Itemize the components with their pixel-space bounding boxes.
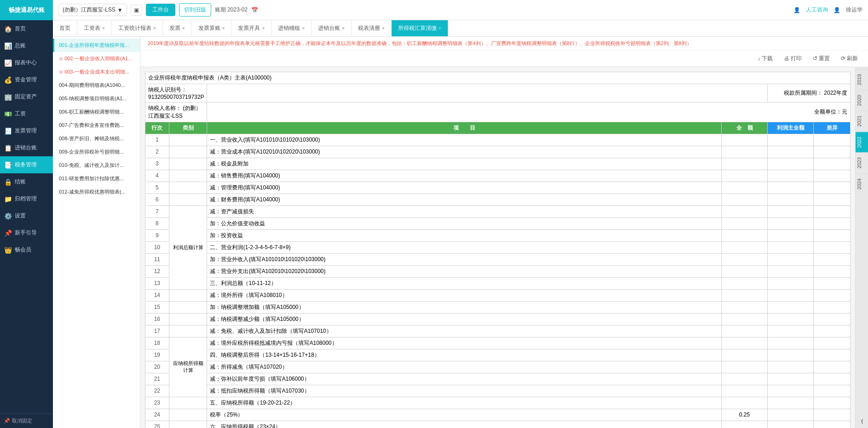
tab-invoice[interactable]: 发票× (163, 20, 192, 37)
table-row: 3减：税金及附加 (145, 158, 851, 170)
year-2020[interactable]: 2020 (856, 90, 868, 110)
table-row: 1一、营业收入(填写A101010\101020\103000) (145, 134, 851, 146)
year-2019[interactable]: 2019 (856, 69, 868, 90)
service-label[interactable]: 人工咨询 (806, 6, 828, 14)
left-panel-item-006[interactable]: 006-职工薪酬纳税调整明细... (53, 105, 140, 119)
sidebar-item-asset[interactable]: 🏢 固定资产 (0, 88, 53, 105)
tab-purchase-check-label: 进销稽核 (278, 24, 300, 32)
tab-income-tax[interactable]: 所得税汇算清缴× (392, 20, 448, 37)
home-icon: 🏠 (4, 25, 12, 33)
taxpayer-id-value: 91320500703719732P (148, 94, 204, 100)
reset-icon: ↺ (813, 55, 817, 62)
title-row: 企业所得税年度纳税申报表（A类）主表(A100000) (145, 72, 851, 84)
tab-purchase-ledger[interactable]: 进销台账× (312, 20, 352, 37)
info-row-2: 纳税人名称： (勿删）江西服宝-LSS 全额单位：元 (145, 102, 851, 122)
left-panel-item-005[interactable]: 005-纳税调整项目明细表(A1... (53, 92, 140, 105)
left-panel-item-011[interactable]: 011-研发费用加计扣除优惠... (53, 172, 140, 185)
sidebar-item-close[interactable]: 🔒 结账 (0, 173, 53, 190)
tab-invoice-calc-close[interactable]: × (222, 26, 225, 31)
print-button[interactable]: 🖨 打印 (781, 53, 804, 64)
tab-salary-close[interactable]: × (102, 26, 105, 31)
sidebar-item-invoice[interactable]: 🧾 发票管理 (0, 122, 53, 139)
col-header-amount: 全 额 (722, 122, 768, 134)
year-panel-expand[interactable]: ⟨ (859, 417, 865, 426)
tab-home[interactable]: 首页 (53, 20, 77, 37)
refresh-label: 刷新 (847, 55, 858, 63)
sidebar-item-tax[interactable]: 📑 税务管理 (0, 156, 53, 173)
table-row: 11加：营业外收入(填写A101010\101020\103000) (145, 253, 851, 265)
workbench-button[interactable]: 工作台 (146, 4, 175, 16)
tab-purchase-ledger-label: 进销台账 (318, 24, 340, 32)
company-label: 纳税人名称： (148, 105, 181, 111)
tab-purchase-check-close[interactable]: × (302, 26, 305, 31)
left-panel-item-007[interactable]: 007-广告费和业务宣传费跑... (53, 119, 140, 132)
sidebar-item-salary[interactable]: 💵 工资 (0, 105, 53, 122)
tab-salary-report-label: 工资统计报表 (118, 24, 151, 32)
table-container: 企业所得税年度纳税申报表（A类）主表(A100000) 纳税人识别号： 9132… (140, 67, 855, 428)
sidebar-label-home: 首页 (15, 25, 26, 33)
sidebar-item-member[interactable]: 👑 畅会员 (0, 241, 53, 258)
sidebar-item-ledger[interactable]: 📊 总账 (0, 37, 53, 54)
tab-invoice-calc-label: 发票算账 (198, 24, 220, 32)
sidebar-item-report[interactable]: 📈 报表中心 (0, 54, 53, 71)
sidebar-label-asset: 固定资产 (15, 93, 37, 101)
company-selector[interactable]: (勿删）江西服宝-LSS ▼ (58, 4, 127, 16)
left-panel-item-004[interactable]: 004-期间费用明细表(A1040... (53, 79, 140, 92)
sidebar-label-guide: 新手引导 (15, 229, 37, 237)
year-panel: 2019 2020 2021 2022 2023 2024 ⟨ (855, 67, 868, 428)
unpin-label: 取消固定 (12, 417, 32, 424)
col-header-category: 类别 (169, 122, 207, 134)
tab-invoice-close[interactable]: × (182, 26, 185, 31)
sidebar-label-invoice: 发票管理 (15, 127, 37, 135)
sidebar-item-guide[interactable]: 📌 新手引导 (0, 224, 53, 241)
tab-purchase-ledger-close[interactable]: × (342, 26, 345, 31)
sidebar-item-home[interactable]: 🏠 首页 (0, 20, 53, 37)
archive-icon: 📁 (4, 195, 12, 203)
sidebar-label-archive: 归档管理 (15, 195, 37, 203)
guide-icon: 📌 (4, 229, 12, 237)
tab-purchase-check[interactable]: 进销稽核× (272, 20, 312, 37)
sidebar-item-fund[interactable]: 💰 资金管理 (0, 71, 53, 88)
salary-icon: 💵 (4, 110, 12, 118)
tab-salary-report[interactable]: 工资统计报表× (112, 20, 163, 37)
year-2021[interactable]: 2021 (856, 110, 868, 131)
member-icon: 👑 (4, 246, 12, 254)
sidebar-label-ledger: 总账 (15, 42, 26, 50)
table-row: 23五、应纳税所得额（19-20-21-22） (145, 397, 851, 409)
left-panel-item-008[interactable]: 008-资产折旧、摊销及纳税... (53, 132, 140, 145)
sidebar: 畅捷通易代账 🏠 首页 📊 总账 📈 报表中心 💰 资金管理 🏢 固定资产 💵 … (0, 0, 53, 428)
tab-invoice-open[interactable]: 发票开具× (231, 20, 272, 37)
copy-icon-btn[interactable]: ▣ (131, 5, 142, 16)
left-panel-item-003[interactable]: ⊙ 003-一般企业成本支出明细... (53, 65, 140, 79)
tab-tax-book[interactable]: 税表清册× (352, 20, 392, 37)
tab-tax-book-close[interactable]: × (382, 26, 385, 31)
report-title: 企业所得税年度纳税申报表（A类）主表(A100000) (148, 74, 272, 81)
tab-salary[interactable]: 工资表× (77, 20, 112, 37)
tab-invoice-calc[interactable]: 发票算账× (192, 20, 232, 37)
year-2023[interactable]: 2023 (856, 152, 868, 173)
switch-version-button[interactable]: 切到旧版 (179, 3, 211, 17)
topbar-right: 👤 人工咨询 👤 徐运华 (793, 6, 862, 14)
download-icon: ↓ (758, 55, 760, 62)
left-panel-item-002[interactable]: ⊙ 002-一般企业收入明细表(A1... (53, 52, 140, 65)
sidebar-item-archive[interactable]: 📁 归档管理 (0, 190, 53, 207)
download-button[interactable]: ↓ 下载 (755, 53, 775, 64)
info-row-1: 纳税人识别号： 91320500703719732P 税款所属期间： 2022年… (145, 84, 851, 102)
left-panel: 001-企业所得税年度纳税申报... ⊙ 002-一般企业收入明细表(A1...… (53, 37, 140, 428)
tab-salary-report-close[interactable]: × (153, 26, 156, 31)
year-2024[interactable]: 2024 (856, 173, 868, 194)
reset-button[interactable]: ↺ 重置 (810, 53, 833, 64)
year-2022[interactable]: 2022 (856, 131, 868, 152)
unpin-button[interactable]: 📌 取消固定 (0, 413, 53, 428)
tab-invoice-open-label: 发票开具 (238, 24, 260, 32)
sidebar-label-salary: 工资 (15, 110, 26, 118)
left-panel-item-001[interactable]: 001-企业所得税年度纳税申报... (53, 39, 140, 52)
left-panel-item-010[interactable]: 010-免税、减计收入及加计... (53, 159, 140, 172)
refresh-button[interactable]: ⟳ 刷新 (838, 53, 861, 64)
left-panel-item-009[interactable]: 009-企业所得税补亏损明细... (53, 145, 140, 159)
tab-income-tax-close[interactable]: × (439, 26, 441, 31)
left-panel-item-012[interactable]: 012-减免所得税优惠明细表(... (53, 185, 140, 199)
sidebar-item-settings[interactable]: ⚙️ 设置 (0, 207, 53, 224)
tab-invoice-open-close[interactable]: × (262, 26, 265, 31)
sidebar-item-purchase[interactable]: 📋 进销台账 (0, 139, 53, 156)
